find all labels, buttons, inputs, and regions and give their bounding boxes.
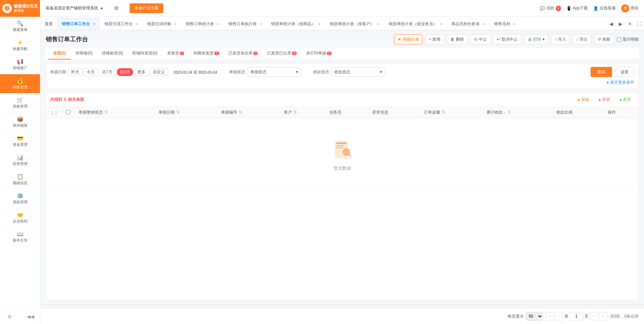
- tab-cash-daily-close[interactable]: ✕: [135, 22, 138, 26]
- tab-close-all-btn[interactable]: ✕: [625, 18, 635, 30]
- tab-next-btn[interactable]: ▶: [616, 18, 625, 30]
- th-status[interactable]: 单据整体状态 ⇅: [75, 107, 155, 118]
- sub-tab-wangpu[interactable]: 旺铺待发货(0): [128, 48, 162, 59]
- tab-cash-daily[interactable]: 钱货日清工作台 ✕: [100, 18, 142, 30]
- sidebar-item-cooperation[interactable]: 🤝 企业协同: [0, 208, 40, 228]
- show-detail-checkbox[interactable]: [617, 37, 621, 42]
- solution-button[interactable]: 体验行业方案: [130, 3, 163, 13]
- query-btn[interactable]: 查询: [591, 67, 612, 77]
- tab-expand-btn[interactable]: ⛶: [635, 18, 644, 30]
- sidebar-item-quick-nav[interactable]: ⚡ 快捷导航: [0, 36, 40, 55]
- sub-tab-all[interactable]: 全部(0): [48, 48, 71, 59]
- sort-customer-icon[interactable]: ⇅: [294, 110, 297, 115]
- tab-sales-order[interactable]: 销售订单工作台 ✕: [57, 18, 100, 30]
- sidebar-item-inventory[interactable]: 📦 库存核算: [0, 113, 40, 132]
- tab-sales-profit-close[interactable]: ✕: [513, 22, 516, 26]
- sub-tab-pending-review[interactable]: 待审核(0): [71, 48, 97, 59]
- set-btn[interactable]: 设置: [615, 67, 634, 77]
- sub-tab-overdue[interactable]: 到期未发货0: [189, 48, 224, 59]
- print-btn[interactable]: 🖨 打印 ▾: [524, 34, 548, 44]
- sort-collected-icon[interactable]: ⇅: [508, 110, 511, 115]
- h-scroll-area[interactable]: [40, 304, 644, 308]
- system-dropdown[interactable]: ▾: [101, 6, 103, 11]
- tab-product-margin-close[interactable]: ✕: [482, 22, 485, 26]
- sidebar-item-search[interactable]: 🔍 搜索菜单: [0, 17, 40, 36]
- per-page-select[interactable]: 10 20 50 100: [526, 312, 543, 321]
- export-btn[interactable]: ↓ 导出: [572, 34, 591, 44]
- tab-cash-account-close[interactable]: ✕: [174, 22, 177, 26]
- filter-more-btn[interactable]: 更多: [134, 68, 148, 76]
- tab-sales-order-close[interactable]: ✕: [93, 22, 95, 26]
- tab-home[interactable]: 首页: [40, 18, 57, 30]
- tab-sales-stat-staff[interactable]: 销货单统计表（按业务员） ✕: [384, 18, 447, 30]
- filter-7days-btn[interactable]: 近7天: [99, 68, 116, 76]
- tab-sales-stat-customer-close[interactable]: ✕: [377, 22, 380, 26]
- tab-cash-account[interactable]: 钱货日清对账 ✕: [143, 18, 181, 30]
- tab-sales-stat-product[interactable]: 销货单统计表（按商品） ✕: [267, 18, 325, 30]
- user-menu[interactable]: 用 用友: [621, 4, 639, 12]
- th-checkbox[interactable]: [62, 107, 75, 118]
- message-btn[interactable]: 💬 消息 6: [540, 5, 561, 11]
- tab-product-margin[interactable]: 商品毛利分析表 ✕: [447, 18, 489, 30]
- tab-sales-stat-staff-close[interactable]: ✕: [440, 22, 442, 26]
- import-btn[interactable]: ↑ 导入: [551, 34, 570, 44]
- sub-tab-pending-inspect[interactable]: 待拣验货(0): [97, 48, 128, 59]
- sort-number-icon[interactable]: ⇅: [239, 110, 242, 115]
- add-btn[interactable]: + 新增: [425, 34, 444, 44]
- th-staff[interactable]: 业务员: [325, 107, 368, 118]
- sort-date-icon[interactable]: ⇅: [176, 110, 180, 115]
- sidebar-collapse-btn[interactable]: ◀◀: [24, 312, 37, 321]
- sidebar-item-system[interactable]: ⚙️ 系统管理: [0, 189, 40, 208]
- table-scroll[interactable]: ⋮⋮ 单据整体状态 ⇅ 单据日期 ⇅: [46, 107, 638, 300]
- first-page-btn[interactable]: «: [546, 312, 554, 320]
- tab-sales-exec[interactable]: 销售订单执行表 ✕: [224, 18, 266, 30]
- tab-sales-stat-customer[interactable]: 销货单统计表（按客户） ✕: [326, 18, 384, 30]
- sidebar-item-sales[interactable]: 💰 销售管理: [0, 74, 40, 93]
- tab-prev-btn[interactable]: ◀: [606, 18, 616, 30]
- next-page-btn[interactable]: ›: [590, 312, 598, 320]
- ship-btn[interactable]: ● 发货: [616, 95, 634, 104]
- delete-btn[interactable]: 🗑 删除: [447, 34, 468, 44]
- last-page-btn[interactable]: »: [599, 312, 607, 320]
- show-detail-toggle[interactable]: 显示明细: [617, 37, 639, 42]
- sidebar-item-marketing[interactable]: 📢 营销推广: [0, 55, 40, 74]
- filter-payment-select[interactable]: 收款状态 ▾: [331, 67, 385, 77]
- cancel-stop-btn[interactable]: ↩ 取消中止: [493, 34, 521, 44]
- stop-btn[interactable]: ⊙ 中止: [470, 34, 490, 44]
- sidebar-item-basic-info[interactable]: 📋 基础信息: [0, 170, 40, 189]
- sidebar-item-finance[interactable]: 💳 资金管理: [0, 132, 40, 151]
- th-number[interactable]: 单据编号 ⇅: [217, 107, 280, 118]
- app-download-btn[interactable]: 📱 App下载: [566, 5, 588, 11]
- sub-tab-unprinted[interactable]: 未打印单据0: [301, 48, 336, 59]
- sub-tab-shipped-out[interactable]: 已发货已出库0: [262, 48, 301, 59]
- sub-tab-shipped-no-out[interactable]: 已发货未出库0: [224, 48, 263, 59]
- filter-custom-btn[interactable]: 自定义: [150, 68, 168, 76]
- tab-sales-stat[interactable]: 销售订单统计表 ✕: [181, 18, 224, 30]
- sub-tab-unshipped[interactable]: 未发货0: [162, 48, 189, 59]
- tab-sales-exec-close[interactable]: ✕: [259, 22, 262, 26]
- smart-create-btn[interactable]: ★ 智能生单: [394, 34, 423, 44]
- tab-sales-stat-close[interactable]: ✕: [217, 22, 219, 26]
- th-collected[interactable]: 累计收款... ⇅: [482, 107, 552, 118]
- sidebar-item-purchase[interactable]: 🛒 采购管理: [0, 93, 40, 113]
- review-btn[interactable]: ● 审核: [574, 95, 592, 104]
- select-all-checkbox[interactable]: [66, 110, 71, 114]
- sort-status-icon[interactable]: ⇅: [104, 110, 108, 115]
- sidebar-item-operation[interactable]: 📊 经营管理: [0, 151, 40, 170]
- sidebar-settings-btn[interactable]: ⚙: [3, 312, 16, 321]
- tab-sales-profit[interactable]: 销售毛利 ✕: [490, 18, 520, 30]
- page-number-input[interactable]: [570, 312, 583, 320]
- th-amount[interactable]: 订单金额 ⇅: [420, 107, 482, 118]
- tab-sales-stat-product-close[interactable]: ✕: [318, 22, 321, 26]
- th-customer[interactable]: 客户 ⇅: [280, 107, 325, 118]
- refresh-btn[interactable]: ↺ 刷新: [594, 34, 614, 44]
- filter-expand-btn[interactable]: ▾ 展开更多条件: [607, 80, 634, 85]
- online-service-btn[interactable]: 👤 在线客服: [593, 5, 616, 11]
- filter-1month-btn[interactable]: 近1月: [117, 68, 133, 76]
- settings-icon[interactable]: ⚙: [114, 5, 119, 11]
- th-exception[interactable]: 异常信息: [368, 107, 420, 118]
- prev-page-btn[interactable]: ‹: [555, 312, 563, 320]
- filter-today-btn[interactable]: 今天: [84, 68, 98, 76]
- void-btn[interactable]: ● 弃审: [595, 95, 613, 104]
- sort-amount-icon[interactable]: ⇅: [442, 110, 445, 115]
